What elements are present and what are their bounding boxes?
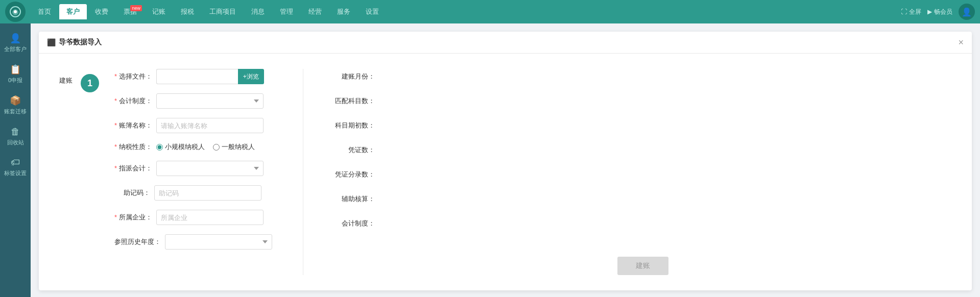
- recycle-icon: 🗑: [11, 127, 20, 137]
- build-month-value: [379, 69, 461, 84]
- nav-item-operation[interactable]: 经营: [301, 4, 329, 19]
- content-area: ⬛ 导爷数据导入 × 建账 1: [31, 23, 980, 297]
- company-label: 所属企业：: [114, 213, 152, 222]
- nav-item-tax[interactable]: 报税: [174, 4, 201, 19]
- account-migration-icon: 📦: [10, 95, 21, 106]
- fullscreen-button[interactable]: ⛶ 全屏: [901, 8, 921, 16]
- match-subjects-label: 匹配科目数：: [334, 96, 375, 106]
- history-year-select[interactable]: [165, 234, 272, 250]
- create-account-button[interactable]: 建账: [617, 257, 668, 275]
- sidebar-item-label: 标签设置: [4, 170, 27, 177]
- ledger-input[interactable]: [156, 118, 264, 133]
- sidebar-item-label: 0申报: [8, 77, 22, 84]
- subject-init-value: [379, 118, 461, 133]
- match-subjects-row: 匹配科目数：: [334, 93, 951, 109]
- small-taxpayer-radio[interactable]: 小规模纳税人: [156, 142, 205, 152]
- aux-accounting-label: 辅助核算：: [334, 194, 375, 204]
- nav-item-settings[interactable]: 设置: [358, 4, 386, 19]
- nav-item-bizproject[interactable]: 工商项目: [202, 4, 243, 19]
- accounting-select[interactable]: [156, 93, 264, 109]
- sidebar-item-label: 全部客户: [4, 46, 27, 53]
- panel-title: ⬛ 导爷数据导入: [47, 38, 102, 47]
- all-clients-icon: 👤: [10, 33, 21, 44]
- vip-icon: ▶: [927, 8, 932, 15]
- panel-body: 建账 1 选择文件： +浏览: [39, 54, 972, 290]
- memo-input[interactable]: [154, 185, 261, 201]
- close-button[interactable]: ×: [958, 38, 964, 47]
- nav-item-service[interactable]: 服务: [330, 4, 357, 19]
- voucher-records-value: [379, 167, 461, 182]
- fullscreen-icon: ⛶: [901, 8, 907, 15]
- history-label: 参照历史年度：: [114, 237, 161, 246]
- nav-item-message[interactable]: 消息: [244, 4, 272, 19]
- sidebar-item-recycle[interactable]: 🗑 回收站: [1, 122, 30, 150]
- tag-settings-icon: 🏷: [11, 157, 20, 168]
- file-label: 选择文件：: [114, 72, 152, 81]
- match-subjects-value: [379, 93, 461, 109]
- subject-init-label: 科目期初数：: [334, 121, 375, 130]
- voucher-row: 凭证数：: [334, 142, 951, 158]
- accounting-system-right-value: [379, 216, 461, 231]
- file-select-row: 选择文件： +浏览: [114, 69, 272, 84]
- aux-accounting-row: 辅助核算：: [334, 191, 951, 207]
- vip-button[interactable]: ▶ 畅会员: [927, 8, 952, 16]
- accountant-label: 指派会计：: [114, 164, 152, 173]
- accounting-label: 会计制度：: [114, 96, 152, 106]
- tax-radio-group: 小规模纳税人 一般纳税人: [156, 142, 255, 152]
- nav-item-fee[interactable]: 收费: [88, 4, 115, 19]
- voucher-records-label: 凭证分录数：: [334, 170, 375, 179]
- build-month-label: 建账月份：: [334, 72, 375, 81]
- ledger-name-row: 账簿名称：: [114, 118, 272, 133]
- new-badge: new: [130, 5, 142, 11]
- aux-accounting-value: [379, 191, 461, 207]
- voucher-value: [379, 142, 461, 158]
- nav-item-bookkeeping[interactable]: 记账: [145, 4, 173, 19]
- file-input-group: +浏览: [156, 69, 264, 84]
- file-input[interactable]: [156, 69, 238, 84]
- form-right-section: 建账月份： 匹配科目数： 科目期初数： 凭证数：: [334, 69, 951, 275]
- step-circle: 1: [81, 74, 99, 92]
- company-row: 所属企业：: [114, 210, 272, 225]
- step-label: 建账: [59, 76, 73, 85]
- memo-row: 助记码：: [114, 185, 272, 201]
- import-panel: ⬛ 导爷数据导入 × 建账 1: [39, 32, 972, 290]
- nav-item-home[interactable]: 首页: [31, 4, 58, 19]
- sidebar-item-all-clients[interactable]: 👤 全部客户: [1, 29, 30, 57]
- main-layout: 👤 全部客户 📋 0申报 📦 账套迁移 🗑 回收站 🏷 标签设置 ⬛ 导爷数: [0, 23, 980, 297]
- browse-button[interactable]: +浏览: [238, 69, 264, 84]
- build-month-row: 建账月份：: [334, 69, 951, 84]
- accountant-row: 指派会计：: [114, 161, 272, 176]
- form-left-section: 建账 1 选择文件： +浏览: [59, 69, 272, 275]
- general-taxpayer-radio[interactable]: 一般纳税人: [213, 142, 255, 152]
- voucher-label: 凭证数：: [334, 145, 375, 155]
- zero-declaration-icon: 📋: [10, 64, 21, 75]
- right-form-grid: 建账月份： 匹配科目数： 科目期初数： 凭证数：: [334, 69, 951, 231]
- accountant-select[interactable]: [156, 161, 264, 176]
- nav-item-manage[interactable]: 管理: [273, 4, 300, 19]
- form-grid: 选择文件： +浏览 会计制度：: [114, 69, 272, 275]
- company-input[interactable]: [156, 210, 264, 225]
- tax-nature-row: 纳税性质： 小规模纳税人 一般纳税人: [114, 142, 272, 152]
- sidebar-item-label: 账套迁移: [4, 108, 27, 115]
- sidebar: 👤 全部客户 📋 0申报 📦 账套迁移 🗑 回收站 🏷 标签设置: [0, 23, 31, 297]
- svg-point-1: [14, 10, 17, 13]
- sidebar-item-zero-declaration[interactable]: 📋 0申报: [1, 60, 30, 88]
- history-year-row: 参照历史年度：: [114, 234, 272, 250]
- sidebar-item-account-migration[interactable]: 📦 账套迁移: [1, 91, 30, 119]
- voucher-records-row: 凭证分录数：: [334, 167, 951, 182]
- divider: [303, 69, 303, 275]
- accounting-system-right-row: 会计制度：: [334, 216, 951, 231]
- import-icon: ⬛: [47, 38, 56, 46]
- avatar[interactable]: 👤: [959, 4, 975, 20]
- logo[interactable]: [5, 2, 26, 22]
- accounting-system-row: 会计制度：: [114, 93, 272, 109]
- nav-item-invoice[interactable]: 票据 new: [116, 4, 144, 19]
- accounting-system-right-label: 会计制度：: [334, 219, 375, 228]
- subject-init-row: 科目期初数：: [334, 118, 951, 133]
- sidebar-item-label: 回收站: [7, 139, 24, 146]
- sidebar-item-tag-settings[interactable]: 🏷 标签设置: [1, 153, 30, 181]
- memo-label: 助记码：: [114, 188, 150, 197]
- nav-item-client[interactable]: 客户: [59, 4, 87, 19]
- tax-label: 纳税性质：: [114, 142, 152, 152]
- ledger-label: 账簿名称：: [114, 121, 152, 130]
